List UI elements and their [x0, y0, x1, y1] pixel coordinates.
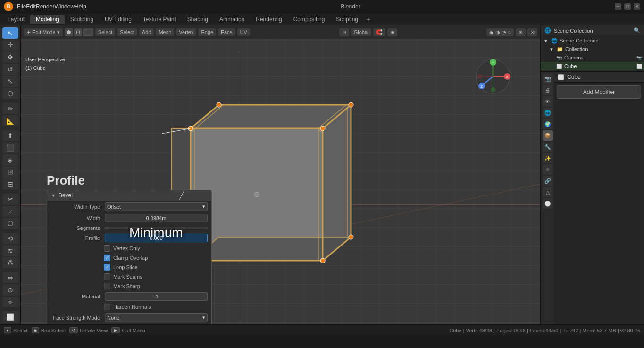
- tab-layout[interactable]: Layout: [2, 15, 30, 24]
- harden-normals-checkbox[interactable]: [104, 304, 110, 310]
- measure-tool[interactable]: 📐: [2, 115, 18, 127]
- uv-menu[interactable]: UV: [237, 28, 250, 36]
- select-menu[interactable]: Select: [117, 28, 137, 36]
- tab-rendering[interactable]: Rendering: [250, 15, 287, 24]
- output-properties-icon[interactable]: 🖨: [543, 85, 553, 95]
- close-button[interactable]: ✕: [634, 3, 640, 10]
- rotate-key: ↺: [69, 327, 78, 333]
- viewport[interactable]: ⊞ Edit Mode ▾ ⬟ ⊡ ⬛ Select Select Add Me…: [21, 25, 540, 324]
- move-tool[interactable]: ✥: [2, 51, 18, 63]
- inset-tool[interactable]: ⬛: [2, 142, 18, 153]
- annotate-tool[interactable]: ✏: [2, 103, 18, 114]
- overlay-toggle[interactable]: ⊛: [516, 28, 526, 36]
- properties-object-name[interactable]: Cube: [567, 74, 581, 80]
- shrink-fatten[interactable]: ⊙: [2, 284, 18, 296]
- spin-tool[interactable]: ⟲: [2, 233, 18, 244]
- clamp-overlap-checkbox[interactable]: ✓: [104, 255, 110, 261]
- tab-sculpting[interactable]: Sculpting: [65, 15, 99, 24]
- cursor-tool[interactable]: ✛: [2, 40, 18, 51]
- scene-filter-icon[interactable]: 🔍: [634, 27, 640, 34]
- tree-cube[interactable]: ⬜ Cube ⬜: [541, 62, 644, 70]
- pivot-point[interactable]: ⊙: [339, 28, 349, 36]
- extrude-tool[interactable]: ⬆: [2, 130, 18, 142]
- segments-label: Segments: [51, 225, 103, 231]
- material-value[interactable]: -1: [105, 292, 208, 301]
- tab-shading[interactable]: Shading: [182, 15, 214, 24]
- vertex-only-checkbox[interactable]: [104, 245, 110, 252]
- modifier-properties-icon[interactable]: 🔧: [543, 142, 553, 152]
- particles-icon[interactable]: ✨: [543, 153, 553, 163]
- poly-build-tool[interactable]: ⬠: [2, 218, 18, 229]
- face-menu[interactable]: Face: [218, 28, 235, 36]
- offset-loop-cut[interactable]: ⊟: [2, 178, 18, 190]
- constraints-icon[interactable]: 🔗: [543, 176, 553, 186]
- outer-miter-row: Outer Miter Sharp ▾: [47, 323, 211, 324]
- add-modifier-button[interactable]: Add Modifier: [557, 85, 641, 99]
- loop-cut-tool[interactable]: ⊞: [2, 167, 18, 178]
- face-strength-select[interactable]: None ▾: [105, 313, 208, 322]
- edge-slide-tool[interactable]: ⇔: [2, 272, 18, 283]
- menu-render[interactable]: Render: [36, 3, 54, 10]
- knife-tool[interactable]: ✂: [2, 194, 18, 205]
- tab-modeling[interactable]: Modeling: [30, 15, 65, 24]
- scale-tool[interactable]: ⤡: [2, 76, 18, 87]
- viewport-canvas[interactable]: User Perspective (1) Cube: [21, 39, 540, 324]
- nav-gizmo[interactable]: X Y Z: [474, 58, 512, 95]
- snap-toggle[interactable]: 🧲: [373, 28, 385, 36]
- menu-file[interactable]: File: [17, 3, 26, 10]
- viewport-shading[interactable]: ◉ ◑ ◔ ○: [486, 28, 514, 36]
- add-cube-tool[interactable]: ⬜: [2, 311, 18, 323]
- bevel-tool[interactable]: ◈: [2, 154, 18, 166]
- blender-logo: B: [4, 2, 13, 11]
- object-properties-icon[interactable]: 📦: [543, 130, 553, 141]
- mesh-menu[interactable]: Mesh: [156, 28, 174, 36]
- tab-compositing[interactable]: Compositing: [288, 15, 331, 24]
- xray-toggle[interactable]: ⊠: [527, 28, 537, 36]
- render-properties-icon[interactable]: 📷: [543, 74, 553, 84]
- edge-menu[interactable]: Edge: [198, 28, 216, 36]
- menu-edit[interactable]: Edit: [26, 3, 36, 10]
- vertex-mode[interactable]: ⬟: [65, 28, 73, 36]
- select-tool[interactable]: ↖: [2, 27, 18, 39]
- bevel-panel-title[interactable]: ▼ Bevel: [47, 190, 211, 201]
- rotate-tool[interactable]: ↺: [2, 64, 18, 75]
- face-mode[interactable]: ⬛: [83, 28, 93, 36]
- editor-type-menu[interactable]: ⊞ Edit Mode ▾: [24, 28, 63, 36]
- mark-sharp-checkbox[interactable]: [104, 283, 110, 289]
- tree-scene-collection[interactable]: ▼ 🌐 Scene Collection: [541, 36, 644, 45]
- randomize-tool[interactable]: ⁂: [2, 257, 18, 269]
- tree-collection[interactable]: ▼ 📁 Collection: [541, 45, 644, 53]
- transform-tool[interactable]: ⬡: [2, 88, 18, 99]
- object-data-icon[interactable]: △: [543, 187, 553, 197]
- minimize-button[interactable]: ─: [615, 3, 621, 10]
- tab-animation[interactable]: Animation: [214, 15, 250, 24]
- mark-seams-checkbox[interactable]: [104, 273, 110, 280]
- view-layer-icon[interactable]: 👁: [543, 96, 553, 107]
- vertex-menu[interactable]: Vertex: [176, 28, 196, 36]
- tab-uv-editing[interactable]: UV Editing: [99, 15, 137, 24]
- material-icon[interactable]: ⚪: [543, 198, 553, 209]
- transform-orientation[interactable]: Global: [351, 28, 372, 36]
- scene-properties-icon[interactable]: 🌐: [543, 108, 553, 118]
- width-value[interactable]: 0.0984m: [105, 214, 208, 222]
- bisect-tool[interactable]: ⟋: [2, 206, 18, 217]
- loop-slide-checkbox[interactable]: ✓: [104, 264, 110, 271]
- proportional-editing[interactable]: ⊕: [387, 28, 397, 36]
- physics-icon[interactable]: ⚛: [543, 164, 553, 175]
- width-type-select[interactable]: Offset ▾: [105, 202, 208, 211]
- maximize-button[interactable]: □: [624, 3, 631, 10]
- smooth-tool[interactable]: ≋: [2, 245, 18, 256]
- add-workspace-button[interactable]: +: [364, 15, 373, 24]
- shear-tool[interactable]: ⟣: [2, 297, 18, 308]
- world-properties-icon[interactable]: 🌍: [543, 119, 553, 129]
- edge-mode[interactable]: ⊡: [74, 28, 82, 36]
- view-menu[interactable]: Select: [95, 28, 116, 36]
- segments-value[interactable]: [105, 227, 208, 229]
- tree-camera[interactable]: 📷 Camera 📷: [541, 53, 644, 62]
- menu-window[interactable]: Window: [54, 3, 75, 10]
- tab-scripting[interactable]: Scripting: [330, 15, 364, 24]
- tab-texture-paint[interactable]: Texture Paint: [137, 15, 182, 24]
- menu-help[interactable]: Help: [75, 3, 86, 10]
- profile-value[interactable]: 0.000: [105, 234, 208, 242]
- add-menu[interactable]: Add: [139, 28, 154, 36]
